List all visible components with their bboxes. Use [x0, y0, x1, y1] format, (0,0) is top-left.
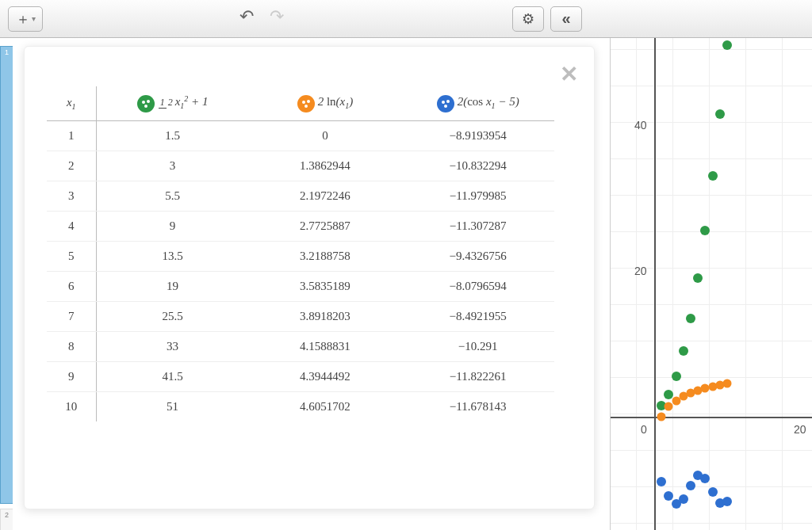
table-cell[interactable]: 9: [47, 362, 96, 392]
table-cell[interactable]: 3.5835189: [249, 272, 402, 302]
plus-icon: ＋: [16, 10, 30, 29]
axis-tick-label: 0: [641, 423, 647, 436]
table-cell[interactable]: −8.0796594: [401, 272, 554, 302]
svg-point-1: [147, 100, 150, 103]
plot-point[interactable]: [679, 494, 688, 504]
col-header-c[interactable]: 2(cos x1 − 5): [401, 86, 554, 121]
table-cell[interactable]: 1.3862944: [249, 151, 402, 181]
table-cell[interactable]: 8: [47, 332, 96, 362]
plot-point[interactable]: [700, 474, 710, 483]
table-cell[interactable]: 2.7725887: [249, 212, 402, 242]
table-cell[interactable]: 19: [96, 272, 249, 302]
table-cell[interactable]: 1: [47, 121, 96, 151]
table-cell[interactable]: −11.822261: [401, 362, 554, 392]
table-cell[interactable]: −9.4326756: [401, 242, 554, 272]
axis-tick-label: 20: [794, 423, 806, 436]
data-table: x1 12x12 + 1 2 ln(x1) 2(cos x1 − 5) 11.5…: [47, 86, 554, 421]
table-cell[interactable]: 3.8918203: [249, 302, 402, 332]
chevron-left-icon: «: [561, 10, 570, 28]
table-cell[interactable]: 5: [47, 242, 96, 272]
table-cell[interactable]: −8.4921955: [401, 302, 554, 332]
close-icon[interactable]: ✕: [560, 61, 578, 87]
table-row: 35.52.1972246−11.979985: [47, 181, 554, 212]
plot-point[interactable]: [722, 40, 732, 50]
table-cell[interactable]: 51: [96, 392, 249, 422]
table-cell[interactable]: 9: [96, 212, 249, 242]
plot-point[interactable]: [679, 346, 688, 356]
table-cell[interactable]: 2.1972246: [249, 181, 402, 212]
table-cell[interactable]: 4.3944492: [249, 362, 402, 392]
svg-point-0: [142, 101, 145, 104]
axis-tick-label: 40: [634, 119, 647, 132]
plot-point[interactable]: [700, 226, 710, 235]
table-cell[interactable]: 10: [47, 392, 96, 422]
collapse-button[interactable]: «: [550, 6, 582, 32]
expression-panel: 1 2 ✕ x1 12x12 + 1 2 ln(x1) 2(cos x1: [0, 38, 611, 530]
table-cell[interactable]: 0: [249, 121, 402, 151]
table-cell[interactable]: 3: [96, 151, 249, 181]
table-cell[interactable]: 4.6051702: [249, 392, 402, 422]
table-cell[interactable]: 1.5: [96, 121, 249, 151]
plot-point[interactable]: [672, 372, 681, 381]
settings-button[interactable]: ⚙: [512, 6, 544, 32]
table-cell[interactable]: 13.5: [96, 242, 249, 272]
table-cell[interactable]: 5.5: [96, 181, 249, 212]
caret-down-icon: ▾: [32, 14, 36, 23]
col-header-b[interactable]: 2 ln(x1): [249, 86, 402, 121]
plot-point[interactable]: [686, 314, 695, 323]
table-row: 492.7725887−11.307287: [47, 212, 554, 242]
plot-point[interactable]: [664, 491, 673, 501]
table-cell[interactable]: −11.307287: [401, 212, 554, 242]
plot-point[interactable]: [657, 413, 666, 421]
table-cell[interactable]: −10.291: [401, 332, 554, 362]
table-row: 231.3862944−10.832294: [47, 151, 554, 181]
plot-point[interactable]: [708, 171, 718, 181]
plot-point[interactable]: [693, 273, 703, 283]
table-cell[interactable]: 33: [96, 332, 249, 362]
y-axis: [654, 38, 656, 530]
graph-area[interactable]: 0202040: [611, 38, 812, 530]
table-row: 10514.6051702−11.678143: [47, 392, 554, 422]
table-cell[interactable]: 3.2188758: [249, 242, 402, 272]
table-cell[interactable]: 41.5: [96, 362, 249, 392]
svg-point-3: [302, 101, 305, 104]
plot-point[interactable]: [708, 487, 718, 497]
top-toolbar: ＋ ▾ ↶ ↷ ⚙ «: [0, 0, 812, 38]
plot-point[interactable]: [715, 109, 725, 119]
expression-row-1[interactable]: 1: [0, 46, 13, 504]
table-cell[interactable]: −11.979985: [401, 181, 554, 212]
table-row: 11.50−8.9193954: [47, 121, 554, 151]
table-cell[interactable]: 4: [47, 212, 96, 242]
col-header-a[interactable]: 12x12 + 1: [96, 86, 249, 121]
table-cell[interactable]: 6: [47, 272, 96, 302]
table-cell[interactable]: 2: [47, 151, 96, 181]
table-cell[interactable]: 7: [47, 302, 96, 332]
plot-point[interactable]: [722, 497, 732, 506]
table-row: 941.54.3944492−11.822261: [47, 362, 554, 392]
add-button[interactable]: ＋ ▾: [8, 6, 43, 32]
svg-point-4: [307, 100, 310, 103]
gear-icon: ⚙: [522, 10, 534, 28]
table-cell[interactable]: 4.1588831: [249, 332, 402, 362]
table-cell[interactable]: −8.9193954: [401, 121, 554, 151]
svg-point-5: [304, 105, 308, 108]
table-row: 725.53.8918203−8.4921955: [47, 302, 554, 332]
expression-row-2[interactable]: 2: [0, 509, 13, 530]
x-axis: [611, 417, 812, 418]
redo-button: ↷: [270, 6, 292, 32]
table-card: ✕ x1 12x12 + 1 2 ln(x1) 2(cos x1 − 5): [24, 46, 595, 509]
table-cell[interactable]: 3: [47, 181, 96, 212]
table-cell[interactable]: −10.832294: [401, 151, 554, 181]
svg-point-8: [444, 105, 447, 108]
col-header-x[interactable]: x1: [47, 86, 96, 121]
plot-point[interactable]: [723, 379, 732, 387]
table-row: 8334.1588831−10.291: [47, 332, 554, 362]
plot-point[interactable]: [665, 402, 673, 411]
scatter-icon-orange: [297, 95, 315, 112]
plot-point[interactable]: [657, 477, 666, 486]
table-cell[interactable]: 25.5: [96, 302, 249, 332]
plot-point[interactable]: [686, 481, 695, 490]
svg-point-6: [442, 101, 445, 104]
table-cell[interactable]: −11.678143: [401, 392, 554, 422]
undo-button[interactable]: ↶: [239, 6, 262, 32]
